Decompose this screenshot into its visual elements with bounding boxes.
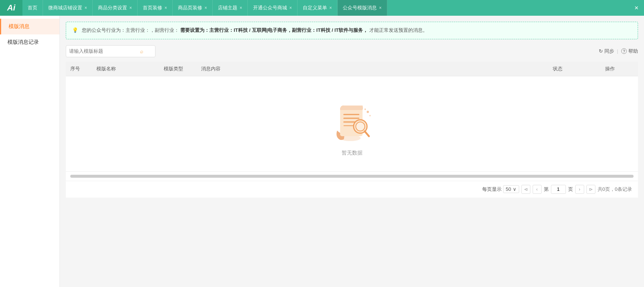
page-unit: 页	[568, 186, 573, 193]
svg-point-9	[367, 111, 369, 113]
th-action: 操作	[601, 62, 638, 76]
empty-illustration	[330, 99, 375, 144]
first-page-button[interactable]: ⊲	[521, 185, 530, 194]
last-page-button[interactable]: ⊳	[586, 185, 595, 194]
scrollbar-row	[66, 171, 638, 181]
horizontal-scrollbar[interactable]	[70, 175, 634, 178]
page-size-arrow-icon: ∨	[513, 186, 517, 192]
close-tab-category[interactable]: ×	[129, 5, 132, 10]
data-table-container: 序号 模版名称 模版类型 消息内容 状态	[66, 62, 638, 181]
nav-tab-product-deco[interactable]: 商品页装修 ×	[173, 0, 213, 16]
svg-line-8	[365, 131, 369, 136]
nav-tab-open-mall[interactable]: 开通公众号商城 ×	[248, 0, 298, 16]
top-nav-bar: Ai 首页 微商城店铺设置 × 商品分类设置 × 首页装修 × 商品页装修 × …	[0, 0, 644, 16]
nav-tab-template-msg[interactable]: 公众号模版消息 ×	[338, 0, 387, 16]
page-word: 第	[544, 186, 549, 193]
sync-button[interactable]: ↻ 同步	[599, 48, 614, 55]
close-tab-product-deco[interactable]: ×	[204, 5, 207, 10]
nav-tab-shop-theme-label: 店铺主题	[218, 4, 237, 11]
page-size-select: 每页显示 50 ∨	[482, 185, 519, 193]
close-tab-shop-theme[interactable]: ×	[240, 5, 242, 10]
sidebar-item-template-record[interactable]: 模版消息记录	[0, 34, 59, 50]
empty-text: 暂无数据	[342, 150, 363, 156]
nav-tab-open-mall-label: 开通公众号商城	[253, 4, 287, 11]
sync-icon: ↻	[599, 48, 603, 54]
notice-highlight: 需要设置为：主营行业：IT科技 / 互联网|电子商务，副营行业：IT科技 / I…	[180, 27, 368, 33]
th-seq: 序号	[66, 62, 92, 76]
main-layout: 模版消息 模版消息记录 💡 您的公众号行业为：主营行业：，副营行业： 需要设置为…	[0, 16, 644, 287]
help-label: 帮助	[628, 48, 638, 55]
nav-tab-home[interactable]: 首页	[22, 0, 43, 16]
search-bar: ⌕ ↻ 同步 | ? 帮助	[66, 45, 638, 57]
nav-tab-shop-settings[interactable]: 微商城店铺设置 ×	[43, 0, 93, 16]
empty-state: 暂无数据	[66, 76, 638, 171]
nav-tab-product-deco-label: 商品页装修	[178, 4, 202, 11]
next-page-button[interactable]: ›	[575, 185, 584, 194]
svg-point-11	[364, 109, 366, 110]
th-name: 模版名称	[92, 62, 159, 76]
app-logo: Ai	[0, 0, 22, 16]
help-button[interactable]: ? 帮助	[621, 48, 638, 55]
sidebar: 模版消息 模版消息记录	[0, 16, 60, 287]
close-tab-template-msg[interactable]: ×	[379, 5, 382, 10]
nav-tab-template-msg-label: 公众号模版消息	[343, 4, 377, 11]
notice-prefix: 您的公众号行业为：主营行业：，副营行业：	[82, 27, 179, 33]
data-table: 序号 模版名称 模版类型 消息内容 状态	[66, 62, 638, 76]
nav-tab-home-label: 首页	[28, 4, 37, 11]
notice-suffix: 才能正常发送预置的消息。	[369, 27, 428, 33]
page-total: 共0页，0条记录	[598, 186, 632, 193]
close-all-button[interactable]: ✕	[629, 5, 644, 11]
page-size-dropdown[interactable]: 50 ∨	[503, 185, 519, 193]
notice-icon: 💡	[72, 27, 78, 33]
nav-tab-shop-settings-label: 微商城店铺设置	[48, 4, 82, 11]
search-input-wrap: ⌕	[66, 45, 155, 57]
svg-point-10	[369, 115, 371, 116]
nav-tab-shop-theme[interactable]: 店铺主题 ×	[213, 0, 248, 16]
help-icon: ?	[621, 48, 627, 54]
close-tab-shop-settings[interactable]: ×	[84, 5, 87, 10]
search-input[interactable]	[69, 48, 140, 54]
table-header-row: 序号 模版名称 模版类型 消息内容 状态	[66, 62, 638, 76]
page-size-label: 每页显示	[482, 186, 502, 193]
nav-tab-category-label: 商品分类设置	[98, 4, 127, 11]
main-content: 💡 您的公众号行业为：主营行业：，副营行业： 需要设置为：主营行业：IT科技 /…	[60, 16, 644, 287]
sidebar-item-template-msg-label: 模版消息	[9, 23, 30, 29]
page-number-input[interactable]	[551, 185, 566, 194]
close-tab-open-mall[interactable]: ×	[289, 5, 292, 10]
prev-page-button[interactable]: ‹	[533, 185, 542, 194]
nav-tab-custom-menu-label: 自定义菜单	[303, 4, 327, 11]
close-tab-home-deco[interactable]: ×	[164, 5, 167, 10]
pagination-bar: 每页显示 50 ∨ ⊲ ‹ 第 页 › ⊳ 共0页，0条记录	[66, 181, 638, 198]
toolbar-divider: |	[617, 48, 618, 54]
sync-label: 同步	[604, 48, 614, 55]
page-size-value: 50	[506, 186, 511, 192]
nav-tab-home-deco[interactable]: 首页装修 ×	[138, 0, 173, 16]
th-content: 消息内容	[197, 62, 548, 76]
svg-point-7	[356, 122, 365, 131]
close-tab-custom-menu[interactable]: ×	[329, 5, 332, 10]
nav-tab-custom-menu[interactable]: 自定义菜单 ×	[298, 0, 338, 16]
th-type: 模版类型	[159, 62, 197, 76]
sidebar-item-template-msg[interactable]: 模版消息	[0, 19, 59, 34]
toolbar-right: ↻ 同步 | ? 帮助	[599, 48, 638, 55]
nav-tab-category[interactable]: 商品分类设置 ×	[93, 0, 138, 16]
nav-tab-home-deco-label: 首页装修	[143, 4, 162, 11]
search-icon[interactable]: ⌕	[140, 48, 143, 54]
th-status: 状态	[548, 62, 601, 76]
sidebar-item-template-record-label: 模版消息记录	[7, 39, 39, 45]
notice-box: 💡 您的公众号行业为：主营行业：，副营行业： 需要设置为：主营行业：IT科技 /…	[66, 22, 638, 39]
